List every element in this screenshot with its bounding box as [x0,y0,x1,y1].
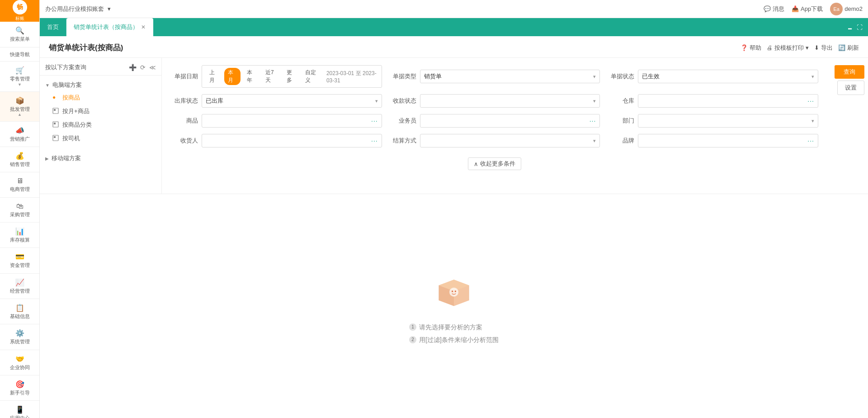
messages-label: 消息 [773,5,784,13]
sidebar-item-purchase[interactable]: 🛍 采购管理 [0,198,40,223]
ecom-icon: 🖥 [16,177,24,185]
purchase-label: 采购管理 [10,211,30,218]
sidebar-item-wholesale[interactable]: 📦 批发管理 ▲ [0,92,40,122]
tab-sales-stat-label: 销货单统计表（按商品） [74,23,138,31]
collapse-scheme-icon[interactable]: ≪ [149,64,156,71]
logo-icon: 畅 [13,0,27,14]
sidebar-item-finance[interactable]: 💳 资金管理 [0,248,40,273]
export-button[interactable]: ⬇ 导出 [814,44,833,52]
doc-type-arrow-icon: ▾ [593,74,596,80]
retail-label: 零售管理 [10,76,30,82]
tab-home[interactable]: 首页 [40,18,66,36]
sidebar-item-marketing[interactable]: 📣 营销推广 [0,122,40,147]
doc-status-control[interactable]: 已生效 ▾ [638,70,818,83]
scheme-item-by-cashier[interactable]: 按司机 [40,132,161,145]
tab-minimize-icon[interactable]: 🗕 [847,24,853,31]
scheme-panel-title: 按以下方案查询 [45,63,86,71]
sidebar-item-corp[interactable]: 🤝 企业协同 [0,350,40,375]
empty-state: 1 请先选择要分析的方案 2 用[过滤]条件来缩小分析范围 [40,194,868,418]
tip1-text: 请先选择要分析的方案 [419,321,482,333]
svg-rect-5 [54,136,56,138]
brand-control[interactable]: ··· [638,134,818,147]
date-control[interactable]: 上月 本月 本年 近7天 更多 自定义 2023-03-01 至 2023-03… [202,65,382,88]
sidebar-item-appstore[interactable]: 📱 应用中心 [0,401,40,418]
dept-control[interactable]: ▾ [638,114,818,128]
tabbar: 首页 销货单统计表（按商品） ✕ 🗕 ⛶ [40,18,868,36]
sidebar-item-sales[interactable]: 💰 销售管理 [0,147,40,172]
refresh-scheme-icon[interactable]: ⟳ [140,64,146,71]
scheme-panel-header: 按以下方案查询 ➕ ⟳ ≪ [40,63,161,76]
date-tab-7days[interactable]: 近7天 [262,68,280,85]
sidebar-item-retail[interactable]: 🛒 零售管理 ▼ [0,62,40,91]
sidebar-item-system[interactable]: ⚙️ 系统管理 [0,324,40,350]
scheme-item-by-month-goods[interactable]: 按月+商品 [40,104,161,118]
collapse-button[interactable]: ∧ 收起更多条件 [468,157,521,170]
sidebar-item-ecom[interactable]: 🖥 电商管理 [0,172,40,197]
ops-label: 经营管理 [10,288,30,294]
payment-method-control[interactable]: ▾ [420,134,600,147]
mobile-scheme-header[interactable]: ▶ 移动端方案 [40,152,161,164]
out-status-control[interactable]: 已出库 ▾ [202,94,382,108]
sidebar-item-base[interactable]: 📋 基础信息 [0,299,40,324]
guide-icon: 🎯 [15,380,24,389]
messages-button[interactable]: 💬 消息 [764,5,784,13]
svg-rect-1 [54,109,56,111]
tab-sales-stat[interactable]: 销货单统计表（按商品） ✕ [66,18,153,36]
filter-receiver-field: 收货人 ··· [171,134,382,147]
payment-method-label: 结算方式 [389,137,416,145]
pc-scheme-arrow: ▼ [45,83,50,88]
base-icon: 📋 [15,304,24,312]
refresh-button[interactable]: 🔄 刷新 [838,44,859,52]
goods-control[interactable]: ··· [202,114,382,128]
user-menu[interactable]: Ea demo2 [830,3,863,15]
date-tab-this-month[interactable]: 本月 [224,68,240,85]
mobile-scheme-label: 移动端方案 [52,154,81,162]
tab-maximize-icon[interactable]: ⛶ [857,24,863,31]
username-label: demo2 [844,5,863,12]
payment-label: 收款状态 [389,97,416,105]
sidebar-item-inventory[interactable]: 📊 库存核算 [0,223,40,248]
filter-row-2: 出库状态 已出库 ▾ 收款状态 ▾ [171,94,818,108]
help-button[interactable]: ❓ 帮助 [741,44,761,52]
out-status-label: 出库状态 [171,97,198,105]
empty-icon [431,266,476,312]
dept-label: 部门 [607,117,634,125]
tab-close-icon[interactable]: ✕ [141,24,146,30]
date-tab-last-month[interactable]: 上月 [206,68,222,85]
app-download-button[interactable]: 📥 App下载 [792,5,823,13]
topbar-left: 办公用品行业模拟账套 ▾ [45,5,111,13]
scheme-item-by-goods-cat[interactable]: 按商品分类 [40,118,161,132]
filter-fields-area: 单据日期 上月 本月 本年 近7天 更多 自定义 2023-03-01 至 20… [162,58,827,194]
settings-button[interactable]: 设置 [837,81,864,95]
search-menu-item[interactable]: 🔍 搜索菜单 [0,22,40,48]
sidebar-item-guide[interactable]: 🎯 新手引导 [0,375,40,401]
doc-type-label: 单据类型 [389,72,416,81]
add-scheme-icon[interactable]: ➕ [129,64,137,71]
page-header: 销货单统计表(按商品) ❓ 帮助 🖨 按模板打印 ▾ ⬇ 导出 🔄 刷新 [40,36,868,58]
pc-scheme-header[interactable]: ▼ 电脑端方案 [40,79,161,91]
inventory-label: 库存核算 [10,237,30,243]
staff-control[interactable]: ··· [420,114,600,128]
sidebar-item-ops[interactable]: 📈 经营管理 [0,274,40,299]
svg-point-13 [455,290,456,292]
industry-dropdown[interactable]: ▾ [108,5,111,12]
receiver-control[interactable]: ··· [202,134,382,147]
doc-status-arrow-icon: ▾ [811,74,814,80]
quicknav-label: 快捷导航 [10,51,30,57]
export-label: 导出 [821,44,833,52]
date-tab-more[interactable]: 更多 [283,68,299,85]
doc-type-control[interactable]: 销货单 ▾ [420,70,600,83]
filter-row-4: 收货人 ··· 结算方式 ▾ [171,134,818,147]
scheme-item-by-goods[interactable]: ● 按商品 [40,91,161,104]
date-tab-this-year[interactable]: 本年 [243,68,259,85]
print-button[interactable]: 🖨 按模板打印 ▾ [767,44,809,52]
filter-actions: ∧ 收起更多条件 [171,154,818,172]
query-button[interactable]: 查询 [835,65,864,79]
quicknav-item[interactable]: 快捷导航 [0,48,40,62]
date-tab-custom[interactable]: 自定义 [302,68,322,85]
filter-brand-field: 品牌 ··· [607,134,818,147]
warehouse-control[interactable]: ··· [638,94,818,108]
filter-doc-status-field: 单据状态 已生效 ▾ [607,70,818,83]
payment-control[interactable]: ▾ [420,94,600,108]
brand-dots-icon: ··· [807,137,814,144]
